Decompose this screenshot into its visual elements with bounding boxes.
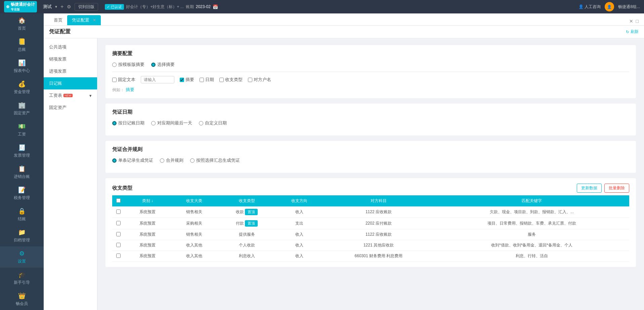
batch-delete-button[interactable]: 批量删除 xyxy=(604,184,629,193)
close-page-button[interactable]: ✕ xyxy=(629,18,633,24)
sidebar-item-tax[interactable]: 📝 税务管理 xyxy=(0,183,44,204)
sidebar-item-ledger-label: 总账 xyxy=(18,47,26,52)
merge-radio-summary[interactable]: 按照选择汇总生成凭证 xyxy=(190,157,240,163)
summary-checkbox[interactable] xyxy=(180,78,184,82)
left-nav-salary[interactable]: 工资表 NEW ▾ xyxy=(44,89,97,102)
td-checkbox-4 xyxy=(112,240,124,251)
tab-voucher-config[interactable]: 凭证配置 ✕ xyxy=(67,15,101,25)
topbar-dropdown-arrow[interactable]: ▾ xyxy=(55,4,57,9)
left-nav-sales-invoice[interactable]: 销项发票 xyxy=(44,53,97,65)
home-icon: 🏠 xyxy=(18,17,26,24)
checkbox-date[interactable]: 日期 xyxy=(200,77,214,83)
service-link[interactable]: 👤 人工咨询 xyxy=(578,4,601,10)
td-income-type-4: 个人收款 xyxy=(218,240,276,251)
assets-icon: 🏢 xyxy=(18,102,26,109)
row-checkbox-1[interactable] xyxy=(116,209,121,214)
counterpart-checkbox[interactable] xyxy=(248,78,252,82)
status-text: 好会计（专）+好生意（标）+ ... xyxy=(126,4,183,10)
sidebar-item-assets[interactable]: 🏢 固定资产 xyxy=(0,98,44,119)
row-checkbox-3[interactable] xyxy=(116,232,121,236)
row-checkbox-5[interactable] xyxy=(116,254,121,258)
date-radio-custom[interactable]: 自定义日期 xyxy=(199,120,227,126)
update-data-button[interactable]: 更新数据 xyxy=(577,184,602,193)
td-direction-3: 收入 xyxy=(276,229,323,240)
table-row: 系统预置 采购相关 付款 置顶 支出 2202 应付账款 项目、日常费用、报销款… xyxy=(112,218,629,229)
merge-radio-summary-input[interactable] xyxy=(190,158,195,163)
summary-radio-template-input[interactable] xyxy=(112,63,117,67)
row-checkbox-4[interactable] xyxy=(116,243,121,247)
date-radio-custom-input[interactable] xyxy=(199,121,203,125)
date-radio-last-day-input[interactable] xyxy=(151,121,156,125)
sidebar-item-purchase-label: 进销台账 xyxy=(14,174,30,180)
merge-radio-group: 单条记录生成凭证 合并规则 按照选择汇总生成凭证 xyxy=(112,157,629,163)
date-checkbox[interactable] xyxy=(200,78,204,82)
sidebar-item-report[interactable]: 📊 报表中心 xyxy=(0,56,44,77)
sidebar-item-settings-label: 设置 xyxy=(18,259,26,264)
checkbox-summary[interactable]: 摘要 xyxy=(180,77,194,83)
summary-section: 摘要配置 按模板版摘要 选择摘要 xyxy=(105,45,636,98)
td-major-type-2: 采购相关 xyxy=(171,218,218,229)
topbar-gear-icon[interactable]: ⚙ xyxy=(67,4,71,9)
select-all-checkbox[interactable] xyxy=(116,198,121,203)
user-avatar[interactable]: 👤 xyxy=(605,2,614,11)
td-major-type-3: 销售相关 xyxy=(171,229,218,240)
date-radio-last-day[interactable]: 对应期间最后一天 xyxy=(151,120,192,126)
sidebar-item-home[interactable]: 🏠 首页 xyxy=(0,13,44,35)
td-income-type-2: 付款 置顶 xyxy=(218,218,276,229)
td-category-1: 系统预置 xyxy=(124,206,171,218)
sidebar-item-finance[interactable]: 💰 资金管理 xyxy=(0,77,44,98)
left-nav-diary[interactable]: 日记账 xyxy=(44,77,97,89)
td-account-5: 660301 财务费用 利息费用 xyxy=(323,251,434,262)
td-major-type-5: 收入其他 xyxy=(171,251,218,262)
reset-btn-1[interactable]: 置顶 xyxy=(245,209,258,215)
content-wrapper: 公共选项 销项发票 进项发票 日记账 工资表 NEW ▾ 固定资产 xyxy=(44,38,644,310)
row-checkbox-2[interactable] xyxy=(116,221,121,225)
calendar-icon[interactable]: 📅 xyxy=(213,4,218,9)
checkbox-fixed-text[interactable]: 固定文本 xyxy=(112,77,135,83)
switch-version-button[interactable]: 切到旧版 xyxy=(75,3,98,11)
sidebar-item-archive[interactable]: 📁 归档管理 xyxy=(0,225,44,246)
td-major-type-4: 收入其他 xyxy=(171,240,218,251)
fixed-text-checkbox[interactable] xyxy=(112,78,117,82)
sidebar-item-guide[interactable]: 🎓 新手引导 xyxy=(0,268,44,289)
income-type-checkbox[interactable] xyxy=(219,78,224,82)
fixed-text-input[interactable] xyxy=(141,76,174,83)
summary-radio-template[interactable]: 按模板版摘要 xyxy=(112,62,144,68)
sidebar-item-invoice[interactable]: 🧾 发票管理 xyxy=(0,141,44,162)
tab-home[interactable]: 首页 xyxy=(49,15,67,25)
merge-radio-single-input[interactable] xyxy=(112,158,117,163)
td-keywords-3: 服务 xyxy=(434,229,629,240)
left-nav-fixed-assets[interactable]: 固定资产 xyxy=(44,102,97,114)
summary-radio-select-input[interactable] xyxy=(151,63,156,67)
reset-btn-2[interactable]: 置顶 xyxy=(245,220,258,227)
sidebar-item-tax-label: 税务管理 xyxy=(14,195,30,201)
page-title: 凭证配置 xyxy=(49,28,71,35)
sidebar-item-ledger[interactable]: 📒 总账 xyxy=(0,35,44,56)
td-keywords-4: 收到*借款、收到*备用金、退回*备用金、个人 xyxy=(434,240,629,251)
checkbox-income-type[interactable]: 收支类型 xyxy=(219,77,243,83)
date-radio-diary-input[interactable] xyxy=(112,121,117,125)
logo-subtitle: 专业版 xyxy=(11,7,35,12)
merge-radio-merge-input[interactable] xyxy=(160,158,164,163)
summary-radio-select[interactable]: 选择摘要 xyxy=(151,62,175,68)
sidebar-item-member[interactable]: 👑 畅会员 xyxy=(0,289,44,310)
sidebar-item-purchase[interactable]: 📋 进销台账 xyxy=(0,162,44,183)
td-direction-5: 收入 xyxy=(276,251,323,262)
sidebar-item-archive-label: 归档管理 xyxy=(14,237,30,243)
merge-section: 凭证合并规则 单条记录生成凭证 合并规则 按照选择汇总生成凭证 xyxy=(105,141,636,173)
refresh-button[interactable]: ↻ 刷新 xyxy=(626,29,639,35)
sidebar-item-salary[interactable]: 💵 工资 xyxy=(0,119,44,141)
topbar-add-button[interactable]: + xyxy=(60,4,63,10)
merge-radio-single[interactable]: 单条记录生成凭证 xyxy=(112,157,153,163)
date-section: 凭证日期 按日记账日期 对应期间最后一天 自定义日期 xyxy=(105,104,636,135)
left-nav-public[interactable]: 公共选项 xyxy=(44,41,97,53)
logo-title: 畅捷通好会计 xyxy=(11,2,35,7)
sidebar-item-settings[interactable]: ⚙ 设置 xyxy=(0,246,44,268)
left-nav-purchase-invoice[interactable]: 进项发票 xyxy=(44,65,97,77)
maximize-page-button[interactable]: □ xyxy=(636,18,639,24)
sidebar-item-checkout[interactable]: 🔒 结账 xyxy=(0,204,44,225)
date-radio-diary[interactable]: 按日记账日期 xyxy=(112,120,144,126)
tab-close-button[interactable]: ✕ xyxy=(93,18,96,23)
checkbox-counterpart[interactable]: 对方户名 xyxy=(248,77,271,83)
merge-radio-merge[interactable]: 合并规则 xyxy=(160,157,183,163)
